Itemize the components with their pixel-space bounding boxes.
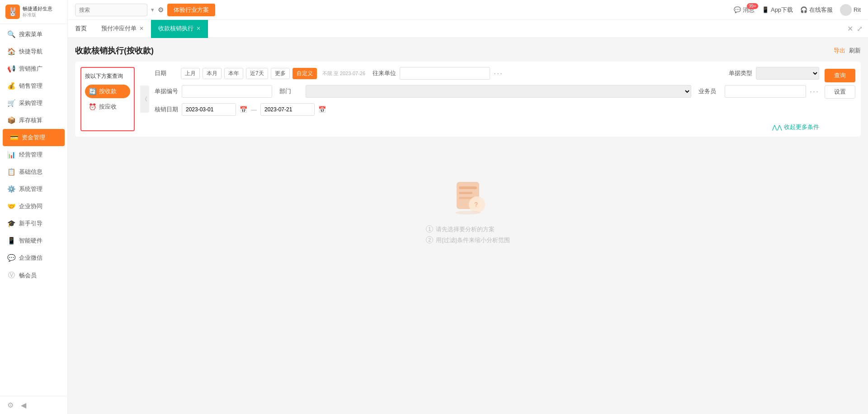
filter-option-by-receivable[interactable]: ⏰ 按应收 — [85, 100, 130, 114]
sidebar-item-label: 搜索菜单 — [19, 30, 42, 38]
date-last-month-btn[interactable]: 上月 — [181, 68, 200, 79]
tabbar: 首页 预付冲应付单 ✕ 收款核销执行 ✕ ✕ ⤢ — [68, 20, 868, 38]
svg-point-6 — [455, 211, 481, 214]
app-download-btn[interactable]: 📱 App下载 — [762, 6, 793, 14]
staff-input[interactable] — [725, 85, 806, 98]
sidebar-item-sales[interactable]: 💰销售管理 — [0, 77, 67, 95]
sidebar-item-hardware[interactable]: 📱智能硬件 — [0, 232, 67, 249]
filter-option-collection-label: 按收款 — [99, 87, 117, 95]
tab-close-all-icon[interactable]: ✕ — [847, 24, 853, 33]
tab-prepay-close-icon[interactable]: ✕ — [139, 25, 144, 32]
date-separator: — — [251, 106, 257, 113]
filter-row-3: 核销日期 📅 — 📅 — [155, 103, 819, 116]
gear-icon[interactable]: ⚙ — [158, 6, 164, 14]
doctype-label: 单据类型 — [729, 69, 752, 77]
tab-expand-icon[interactable]: ⤢ — [857, 24, 863, 33]
filter-option-by-collection[interactable]: 🔄 按收款 — [85, 85, 130, 98]
verify-date-start-calendar-icon[interactable]: 📅 — [240, 106, 247, 113]
dept-select[interactable] — [306, 85, 691, 98]
filter-form-area: 日期 上月 本月 本年 近7天 更多 自定义 不限 至 2023-07-26 — [155, 67, 855, 131]
date-more-btn[interactable]: 更多 — [271, 68, 290, 79]
refresh-btn[interactable]: 刷新 — [849, 47, 861, 55]
filter-verify-date-field: 核销日期 📅 — 📅 — [155, 103, 326, 116]
settings-bottom-icon[interactable]: ⚙ — [7, 401, 14, 409]
sidebar: 🐰 畅捷通好生意 标准版 🔍搜索菜单🏠快捷导航📢营销推广💰销售管理🛒采购管理📦库… — [0, 0, 68, 414]
search-icon: 🔍 — [7, 30, 15, 38]
sidebar-item-guide[interactable]: 🎓新手引导 — [0, 215, 67, 232]
user-avatar-area[interactable]: Rit — [840, 4, 861, 16]
filter-sidebar-title: 按以下方案查询 — [85, 72, 130, 80]
staff-dots-icon[interactable]: ··· — [810, 87, 819, 96]
tip-text-1: 请先选择要分析的方案 — [436, 225, 495, 233]
sidebar-item-label: 营销推广 — [19, 65, 42, 73]
date-this-month-btn[interactable]: 本月 — [203, 68, 222, 79]
empty-tip-2: 2 用[过滤]条件来缩小分析范围 — [426, 236, 509, 244]
industry-btn[interactable]: 体验行业方案 — [167, 4, 215, 16]
sidebar-item-label: 畅会员 — [19, 271, 37, 280]
sidebar-item-label: 快捷导航 — [19, 48, 42, 56]
tab-collection-label: 收款核销执行 — [158, 24, 193, 33]
sidebar-item-member[interactable]: Ⓥ畅会员 — [0, 266, 67, 284]
doctype-select[interactable] — [756, 67, 819, 80]
tab-home[interactable]: 首页 — [68, 20, 94, 38]
online-service-btn[interactable]: 🎧 在线客服 — [800, 6, 833, 14]
purchase-icon: 🛒 — [7, 99, 15, 107]
sidebar-item-label: 资金管理 — [22, 133, 45, 142]
tab-prepay[interactable]: 预付冲应付单 ✕ — [94, 20, 151, 38]
date-7days-btn[interactable]: 近7天 — [246, 68, 268, 79]
verify-date-end-input[interactable] — [260, 103, 315, 116]
sidebar-item-search[interactable]: 🔍搜索菜单 — [0, 26, 67, 43]
guide-icon: 🎓 — [7, 219, 15, 228]
page-header: 收款核销执行(按收款) 导出 刷新 — [75, 45, 861, 56]
sidebar-item-biz[interactable]: 📊经营管理 — [0, 146, 67, 163]
tab-collection-close-icon[interactable]: ✕ — [196, 25, 201, 32]
sidebar-item-wechat[interactable]: 💬企业微信 — [0, 249, 67, 266]
sidebar-item-label: 新手引导 — [19, 219, 42, 228]
avatar — [840, 4, 852, 16]
sidebar-item-label: 经营管理 — [19, 151, 42, 159]
topbar-search-input[interactable] — [75, 4, 147, 16]
empty-tip-1: 1 请先选择要分析的方案 — [426, 225, 509, 233]
service-label: 在线客服 — [809, 6, 833, 14]
chevron-down-icon[interactable]: ▾ — [151, 6, 154, 13]
party-input[interactable] — [400, 67, 490, 80]
tabbar-actions: ✕ ⤢ — [847, 24, 868, 33]
sidebar-item-corp[interactable]: 🤝企业协同 — [0, 198, 67, 215]
topbar: ▾ ⚙ 体验行业方案 💬 消息 99+ 📱 App下载 🎧 在线客服 Rit — [68, 0, 868, 20]
logo-icon: 🐰 — [5, 5, 20, 19]
docno-input[interactable] — [182, 85, 272, 98]
sidebar-item-shortcut[interactable]: 🏠快捷导航 — [0, 43, 67, 60]
filter-collapse-btn[interactable]: 《 — [140, 86, 149, 113]
verify-date-end-calendar-icon[interactable]: 📅 — [318, 106, 326, 113]
sidebar-item-system[interactable]: ⚙️系统管理 — [0, 181, 67, 198]
tab-collection[interactable]: 收款核销执行 ✕ — [151, 20, 208, 38]
message-icon-area[interactable]: 💬 消息 99+ — [734, 6, 755, 14]
sidebar-item-label: 企业微信 — [19, 254, 42, 262]
page-content: 收款核销执行(按收款) 导出 刷新 按以下方案查询 🔄 按收款 ⏰ 按应收 — [68, 38, 868, 414]
finance-icon: 💳 — [10, 133, 18, 142]
filter-form: 日期 上月 本月 本年 近7天 更多 自定义 不限 至 2023-07-26 — [155, 67, 819, 131]
date-custom-btn[interactable]: 自定义 — [292, 68, 317, 79]
filter-panel: 按以下方案查询 🔄 按收款 ⏰ 按应收 《 — [75, 62, 861, 137]
verify-date-start-input[interactable] — [182, 103, 236, 116]
export-btn[interactable]: 导出 — [834, 47, 845, 55]
sidebar-nav: 🔍搜索菜单🏠快捷导航📢营销推广💰销售管理🛒采购管理📦库存核算💳资金管理📊经营管理… — [0, 24, 67, 396]
member-icon: Ⓥ — [7, 271, 15, 280]
sidebar-item-inventory[interactable]: 📦库存核算 — [0, 112, 67, 129]
settings-btn[interactable]: 设置 — [825, 85, 855, 99]
sidebar-item-finance[interactable]: 💳资金管理 — [3, 129, 65, 146]
query-btn[interactable]: 查询 — [825, 69, 855, 82]
filter-staff-field: 业务员 ··· — [698, 85, 819, 98]
date-btn-group: 上月 本月 本年 近7天 更多 自定义 — [181, 68, 317, 79]
sidebar-item-base[interactable]: 📋基础信息 — [0, 163, 67, 181]
date-this-year-btn[interactable]: 本年 — [224, 68, 243, 79]
collapse-bottom-icon[interactable]: ◀ — [21, 401, 26, 409]
party-label: 往来单位 — [373, 69, 396, 77]
sidebar-item-label: 销售管理 — [19, 82, 42, 90]
page-header-actions: 导出 刷新 — [834, 47, 861, 55]
marketing-icon: 📢 — [7, 65, 15, 73]
sidebar-item-marketing[interactable]: 📢营销推广 — [0, 60, 67, 77]
party-dots-icon[interactable]: ··· — [494, 69, 503, 78]
more-conditions-btn[interactable]: ⋀⋀ 收起更多条件 — [772, 123, 819, 131]
sidebar-item-purchase[interactable]: 🛒采购管理 — [0, 95, 67, 112]
